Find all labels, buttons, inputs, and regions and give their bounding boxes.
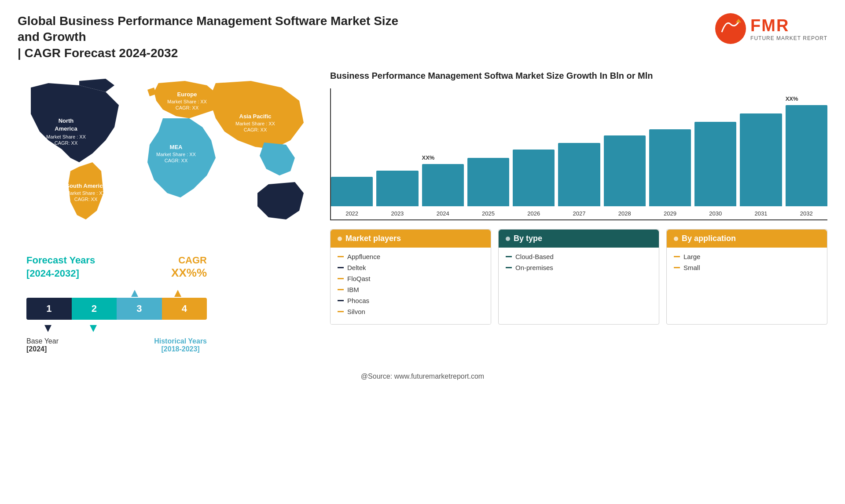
timeline-segment-2: 2	[72, 298, 117, 320]
list-item: Silvon	[338, 308, 484, 315]
bar-wrapper-2022: 2022	[331, 88, 373, 206]
left-section: North America Market Share : XX CAGR: XX…	[18, 70, 317, 362]
logo-subtitle-text: FUTURE MARKET REPORT	[750, 35, 827, 41]
bar-2029	[649, 129, 691, 206]
item-text: Appfluence	[347, 253, 380, 260]
item-text: FloQast	[347, 275, 371, 282]
bar-2027	[558, 143, 600, 206]
svg-point-0	[717, 15, 744, 42]
by-application-column: By application LargeSmall	[666, 229, 827, 325]
footer: @Source: www.futuremarketreport.com	[18, 373, 827, 380]
by-type-header: By type	[499, 230, 659, 248]
item-text: IBM	[347, 286, 359, 293]
market-players-items: AppfluenceDeltekFloQastIBMPhocasSilvon	[331, 248, 491, 324]
item-text: On-premises	[515, 264, 553, 271]
bar-wrapper-2028: 2028	[604, 88, 646, 206]
bottom-labels-row: Base Year [2024] Historical Years [2018-…	[26, 337, 207, 353]
item-text: Phocas	[347, 297, 369, 304]
item-text: Silvon	[347, 308, 365, 315]
list-item: IBM	[338, 286, 484, 293]
world-map-container: North America Market Share : XX CAGR: XX…	[18, 70, 317, 237]
svg-marker-18	[131, 290, 138, 297]
source-text: @Source: www.futuremarketreport.com	[361, 373, 484, 380]
svg-text:Europe: Europe	[177, 91, 197, 98]
chart-area: Business Performance Management Softwa M…	[330, 70, 827, 220]
bar-wrapper-2026: 2026	[513, 88, 555, 206]
item-dash	[338, 278, 344, 279]
bar-2022	[331, 177, 373, 206]
bar-2028	[604, 135, 646, 206]
list-item: Small	[674, 264, 820, 271]
bar-2030	[694, 122, 736, 206]
svg-text:CAGR: XX: CAGR: XX	[244, 127, 267, 132]
bar-label-2032: 2032	[800, 210, 813, 217]
svg-text:South America: South America	[66, 183, 106, 189]
svg-text:MEA: MEA	[170, 144, 183, 150]
item-dash	[506, 267, 512, 268]
item-text: Large	[683, 253, 700, 260]
main-content: North America Market Share : XX CAGR: XX…	[18, 70, 827, 362]
item-text: Deltek	[347, 264, 366, 271]
svg-text:Market Share : XX: Market Share : XX	[156, 152, 196, 157]
svg-marker-19	[174, 290, 181, 297]
bar-wrapper-2031: 2031	[740, 88, 782, 206]
list-item: FloQast	[338, 275, 484, 282]
list-item: Deltek	[338, 264, 484, 271]
bar-label-2022: 2022	[345, 210, 358, 217]
cagr-value: XX%%	[171, 266, 207, 280]
bar-wrapper-2025: 2025	[467, 88, 509, 206]
item-dash	[506, 256, 512, 257]
bar-2023	[376, 171, 418, 207]
by-type-column: By type Cloud-BasedOn-premises	[498, 229, 659, 325]
svg-text:Market Share : XX: Market Share : XX	[167, 99, 207, 104]
svg-text:Market Share : XX: Market Share : XX	[66, 190, 106, 196]
bar-label-2031: 2031	[755, 210, 768, 217]
logo-area: FMR FUTURE MARKET REPORT	[715, 13, 827, 44]
bar-2026	[513, 150, 555, 207]
svg-text:America: America	[55, 125, 77, 132]
right-section: Business Performance Management Softwa M…	[330, 70, 827, 362]
svg-text:Market Share : XX: Market Share : XX	[235, 121, 276, 126]
bar-label-2023: 2023	[391, 210, 404, 217]
logo-text-block: FMR FUTURE MARKET REPORT	[750, 16, 827, 41]
item-dash	[338, 300, 344, 301]
bar-chart: 20222023XX%20242025202620272028202920302…	[330, 88, 827, 220]
bar-wrapper-2027: 2027	[558, 88, 600, 206]
list-item: Cloud-Based	[506, 253, 652, 260]
list-item: Appfluence	[338, 253, 484, 260]
bar-label-2030: 2030	[709, 210, 722, 217]
bar-label-2028: 2028	[618, 210, 631, 217]
by-type-items: Cloud-BasedOn-premises	[499, 248, 659, 280]
svg-text:Market Share : XX: Market Share : XX	[46, 134, 86, 139]
page-title: Global Business Performance Management S…	[18, 13, 414, 61]
svg-marker-21	[90, 325, 97, 332]
svg-text:CAGR: XX: CAGR: XX	[74, 197, 98, 202]
svg-text:CAGR: XX: CAGR: XX	[176, 105, 199, 110]
market-players-column: Market players AppfluenceDeltekFloQastIB…	[330, 229, 491, 325]
item-text: Small	[683, 264, 700, 271]
bar-label-2025: 2025	[482, 210, 495, 217]
base-year-value: [2024]	[26, 345, 59, 353]
bar-label-2024: 2024	[437, 210, 449, 217]
item-dash	[674, 256, 680, 257]
item-text: Cloud-Based	[515, 253, 554, 260]
item-dash	[338, 267, 344, 268]
timeline-bar: 1 2 3 4	[26, 298, 207, 320]
bar-wrapper-2024: XX%2024	[422, 88, 464, 206]
item-dash	[338, 289, 344, 290]
bar-wrapper-2032: XX%2032	[786, 88, 827, 206]
svg-text:Asia Pacific: Asia Pacific	[239, 113, 272, 120]
bar-2032: XX%	[786, 105, 827, 206]
base-year-label: Base Year	[26, 337, 59, 345]
bar-2031	[740, 113, 782, 206]
list-item: On-premises	[506, 264, 652, 271]
bar-2025	[467, 158, 509, 206]
timeline-segment-1: 1	[26, 298, 72, 320]
bar-annotation-2024: XX%	[422, 154, 435, 161]
world-map-svg: North America Market Share : XX CAGR: XX…	[18, 70, 317, 237]
by-application-items: LargeSmall	[667, 248, 827, 280]
forecast-box: Forecast Years [2024-2032] CAGR XX%%	[18, 246, 216, 362]
logo-fmr-text: FMR	[750, 16, 789, 35]
bar-label-2027: 2027	[573, 210, 585, 217]
svg-text:CAGR: XX: CAGR: XX	[165, 158, 188, 163]
